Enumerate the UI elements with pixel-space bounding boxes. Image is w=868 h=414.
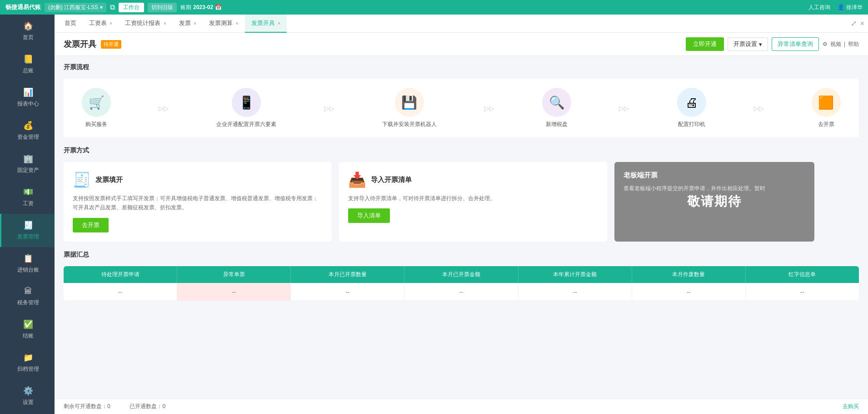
step-arrow-2: ▷▷ <box>484 105 494 112</box>
app-logo: 畅捷通易代账 <box>5 3 41 11</box>
summary-col-4: 本年累计开票金额 <box>519 266 632 283</box>
summary-col-1: 异常单票 <box>177 266 291 283</box>
sidebar-item-assets-mgmt[interactable]: 💰资金管理 <box>0 114 55 147</box>
step-add-tax[interactable]: 🔍 新增税盘 <box>542 88 571 128</box>
tab-invoice-issue[interactable]: 发票开具× <box>245 15 287 33</box>
sidebar-item-settings[interactable]: ⚙️设置 <box>0 379 55 413</box>
company-selector[interactable]: (勿删) 江西服宝-LSS ▾ <box>45 3 106 12</box>
step-config[interactable]: 📱 企业开通配置开票六要素 <box>216 88 276 128</box>
method-card-manual: 🧾 发票填开 支持按照发票样式手工填写开发票；可开具增值税电子普通发票、增值税普… <box>64 162 332 242</box>
old-card: 老板端开票 查看老板端小程序提交的开票申请，并作出相应处理。暂时 敬请期待 <box>614 162 814 242</box>
user-info: 👤 徐泽华 <box>838 4 863 11</box>
flow-section-title: 开票流程 <box>64 63 859 71</box>
sidebar-item-archive[interactable]: 📁归档管理 <box>0 346 55 379</box>
old-card-desc: 查看老板端小程序提交的开票申请，并作出相应处理。暂时 <box>624 184 805 193</box>
sidebar-item-invoice-mgmt[interactable]: 🧾发票管理 <box>0 214 55 247</box>
page-header-actions: 立即开通 开票设置 ▾ 异常清单查询 ⚙ 视频 | 帮助 <box>686 37 859 51</box>
sidebar-item-home[interactable]: 🏠首页 <box>0 15 55 48</box>
step-label-add-tax: 新增税盘 <box>546 121 568 128</box>
tab-close-salary-report[interactable]: × <box>163 20 166 26</box>
sidebar-icon-assets-mgmt: 💰 <box>23 121 33 131</box>
sidebar-item-fixed-assets[interactable]: 🏢固定资产 <box>0 147 55 181</box>
tab-invoice[interactable]: 发票× <box>173 15 203 33</box>
step-icon-add-tax: 🔍 <box>542 88 571 117</box>
main-scroll: 开票流程 🛒 购买服务 ▷▷ 📱 企业开通配置开票六要素 ▷▷ 💾 下载并安装开… <box>55 56 868 399</box>
sidebar-label-tax-mgmt: 税务管理 <box>17 299 39 307</box>
sidebar-item-purchase-sales[interactable]: 📋进销台账 <box>0 247 55 280</box>
sidebar-item-reports[interactable]: 📊报表中心 <box>0 81 55 114</box>
sidebar-item-salary[interactable]: 💵工资 <box>0 181 55 214</box>
summary-col-2: 本月已开票数量 <box>291 266 404 283</box>
abnormal-list-button[interactable]: 异常清单查询 <box>772 37 819 51</box>
summary-cell-0: -- <box>64 283 177 301</box>
method-title-manual: 发票填开 <box>95 176 123 184</box>
tab-label-home: 首页 <box>65 19 76 27</box>
go-issue-button[interactable]: 去开票 <box>73 218 109 232</box>
sidebar-label-settings: 设置 <box>23 399 34 406</box>
import-list-button[interactable]: 导入清单 <box>348 208 390 223</box>
tab-salary-table[interactable]: 工资表× <box>83 15 119 33</box>
window-controls: ⤢ × <box>851 19 864 28</box>
step-issue[interactable]: 🟧 去开票 <box>812 88 841 128</box>
method-cards: 🧾 发票填开 支持按照发票样式手工填写开发票；可开具增值税电子普通发票、增值税普… <box>64 162 859 242</box>
page-title: 发票开具 <box>64 39 96 50</box>
sidebar-item-tax-mgmt[interactable]: 🏛税务管理 <box>0 280 55 313</box>
tab-close-invoice-issue[interactable]: × <box>278 20 280 26</box>
tab-close-invoice[interactable]: × <box>194 20 196 26</box>
method-card-header-import: 📥 导入开票清单 <box>348 171 598 188</box>
tab-label-invoice-calc: 发票测算 <box>209 19 233 27</box>
window-close-icon[interactable]: × <box>860 20 864 28</box>
step-buy-service[interactable]: 🛒 购买服务 <box>82 88 111 128</box>
step-arrow-3: ▷▷ <box>619 105 629 112</box>
summary-section-title: 票据汇总 <box>64 251 859 259</box>
settings-button[interactable]: 开票设置 ▾ <box>728 37 768 51</box>
step-icon-buy-service: 🛒 <box>82 88 111 117</box>
step-download[interactable]: 💾 下载并安装开票机器人 <box>382 88 437 128</box>
summary-cell-5: -- <box>632 283 746 301</box>
tab-label-salary-table: 工资表 <box>89 19 107 27</box>
sidebar-label-salary: 工资 <box>23 200 34 207</box>
summary-table: 待处理开票申请异常单票本月已开票数量本月已开票金额本年累计开票金额本月作废数量红… <box>64 266 859 301</box>
flow-steps: 🛒 购买服务 ▷▷ 📱 企业开通配置开票六要素 ▷▷ 💾 下载并安装开票机器人 … <box>64 79 859 137</box>
step-printer[interactable]: 🖨 配置打印机 <box>677 88 706 128</box>
sidebar-label-purchase-sales: 进销台账 <box>17 266 39 274</box>
summary-col-5: 本月作废数量 <box>632 266 746 283</box>
tab-salary-report[interactable]: 工资统计报表× <box>119 15 172 33</box>
sidebar-label-invoice-mgmt: 发票管理 <box>17 233 39 241</box>
tab-close-salary-table[interactable]: × <box>110 20 112 26</box>
sidebar-icon-tax-mgmt: 🏛 <box>24 287 32 296</box>
method-desc-import: 支持导入待开票清单，可对待开票清单进行拆分、合并处理。 <box>348 194 598 203</box>
step-icon-printer: 🖨 <box>677 88 706 117</box>
summary-cell-4: -- <box>519 283 632 301</box>
step-icon-download: 💾 <box>395 88 424 117</box>
sidebar-icon-ledger: 📒 <box>23 54 33 64</box>
sidebar-item-settlement[interactable]: ✅结账 <box>0 313 55 346</box>
sidebar-item-ledger[interactable]: 📒总账 <box>0 48 55 81</box>
top-bar: 畅捷通易代账 (勿删) 江西服宝-LSS ▾ ⧉ 工作台 切到旧版 账期 202… <box>0 0 868 15</box>
sidebar-icon-archive: 📁 <box>23 353 33 363</box>
sidebar-icon-reports: 📊 <box>23 87 33 97</box>
coming-soon-text: 敬请期待 <box>687 193 742 210</box>
sidebar-icon-fixed-assets: 🏢 <box>23 154 33 164</box>
method-card-import: 📥 导入开票清单 支持导入待开票清单，可对待开票清单进行拆分、合并处理。 导入清… <box>339 162 607 242</box>
opened-label: 已开通数盘：0 <box>130 403 165 409</box>
sidebar-label-archive: 归档管理 <box>17 365 39 373</box>
tab-invoice-calc[interactable]: 发票测算× <box>203 15 244 33</box>
workbench-button[interactable]: 工作台 <box>119 3 144 12</box>
tab-close-invoice-calc[interactable]: × <box>235 20 238 26</box>
tab-home[interactable]: 首页 <box>58 15 83 33</box>
help-area: ⚙ 视频 | 帮助 <box>823 40 859 48</box>
support-link[interactable]: 人工咨询 <box>808 4 830 11</box>
step-arrow-4: ▷▷ <box>754 105 764 112</box>
method-card-header-manual: 🧾 发票填开 <box>73 171 323 188</box>
method-icon-manual: 🧾 <box>73 171 91 188</box>
sidebar-label-fixed-assets: 固定资产 <box>17 167 39 174</box>
open-now-button[interactable]: 立即开通 <box>686 37 724 51</box>
step-label-config: 企业开通配置开票六要素 <box>216 121 276 128</box>
content-area: 首页工资表×工资统计报表×发票×发票测算×发票开具× ⤢ × 发票开具 待开通 … <box>55 15 868 414</box>
buy-link[interactable]: 去购买 <box>843 403 859 410</box>
switch-old-button[interactable]: 切到旧版 <box>148 3 177 12</box>
window-restore-icon[interactable]: ⤢ <box>851 19 857 28</box>
sidebar-label-settlement: 结账 <box>23 332 34 340</box>
sidebar-label-assets-mgmt: 资金管理 <box>17 133 39 141</box>
